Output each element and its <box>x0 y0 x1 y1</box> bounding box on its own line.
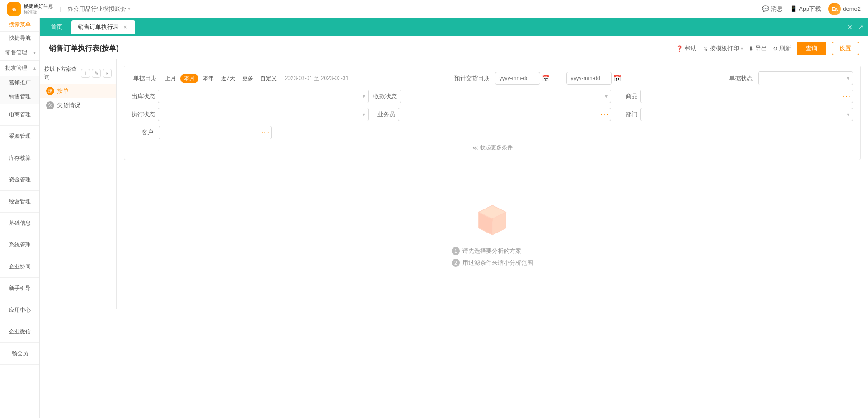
status-select-wrap <box>758 71 853 85</box>
sidebar-item-app-center[interactable]: 应用中心 <box>0 299 39 321</box>
sidebar-item-wholesale[interactable]: 批发管理 ▴ <box>0 61 39 76</box>
date-btn-last-month[interactable]: 上月 <box>162 74 179 83</box>
maximize-window-icon[interactable]: ⤢ <box>857 23 864 32</box>
date-btn-this-year[interactable]: 本年 <box>200 74 217 83</box>
page-inner: 销售订单执行表(按单) ❓ 帮助 🖨 按模板打印 ▾ ⬇ <box>40 36 868 418</box>
filter-dept: 部门 <box>616 108 853 121</box>
empty-illustration: ↑ <box>470 196 515 242</box>
refresh-button[interactable]: ↻ 刷新 <box>773 44 791 52</box>
date-filter-buttons: 上月 本月 本年 近7天 更多 自定义 <box>162 74 279 83</box>
sales-input[interactable] <box>398 108 611 121</box>
sidebar-item-operations[interactable]: 经营管理 <box>0 191 39 213</box>
page-header-actions: ❓ 帮助 🖨 按模板打印 ▾ ⬇ 导出 ↻ <box>676 42 859 55</box>
tab-bar: 首页 销售订单执行表 × ✕ ⤢ <box>40 18 868 36</box>
collapse-panel-button[interactable]: « <box>103 69 112 78</box>
date-from-calendar-icon[interactable]: 📅 <box>542 75 550 82</box>
filter-receipt-status: 收款状态 <box>373 90 611 103</box>
customer-more-icon[interactable]: ··· <box>261 128 270 137</box>
help-button[interactable]: ❓ 帮助 <box>676 44 697 52</box>
receipt-status-wrap <box>400 90 611 103</box>
left-panel: 按以下方案查询 + ✎ « 按 按单 欠 <box>40 59 117 309</box>
left-panel-header: 按以下方案查询 + ✎ « <box>40 63 116 84</box>
message-button[interactable]: 💬 消息 <box>762 5 783 13</box>
sales-more-icon[interactable]: ··· <box>600 110 609 119</box>
date-row: 上月 本月 本年 近7天 更多 自定义 2023-03-01 至 2023-03… <box>162 74 349 83</box>
sidebar-item-finance[interactable]: 资金管理 <box>0 169 39 191</box>
sidebar-item-inventory[interactable]: 库存核算 <box>0 147 39 169</box>
sidebar-item-sales-management[interactable]: 销售管理 <box>0 90 39 104</box>
sidebar-item-ecommerce[interactable]: 电商管理 <box>0 104 39 126</box>
dept-wrap <box>640 108 853 121</box>
sidebar-item-system[interactable]: 系统管理 <box>0 234 39 256</box>
receipt-status-select[interactable] <box>400 90 611 103</box>
sidebar-item-member[interactable]: 畅会员 <box>0 343 39 365</box>
filter-goods: 商品 ··· <box>616 90 853 103</box>
filter-exec-status: 执行状态 <box>132 108 369 121</box>
expected-date-to[interactable] <box>566 72 612 85</box>
sidebar-item-retail[interactable]: 零售管理 ▾ <box>0 45 39 60</box>
print-dropdown-icon: ▾ <box>741 46 743 51</box>
svg-text:畅: 畅 <box>12 8 16 12</box>
date-label: 单据日期 <box>132 74 157 82</box>
out-status-wrap <box>158 90 369 103</box>
refresh-icon: ↻ <box>773 45 778 52</box>
sidebar-item-basic-info[interactable]: 基础信息 <box>0 213 39 234</box>
avatar: Ea <box>828 3 841 15</box>
main-body: 按以下方案查询 + ✎ « 按 按单 欠 <box>40 59 868 309</box>
sales-wrap: ··· <box>398 108 611 121</box>
export-icon: ⬇ <box>749 45 754 52</box>
exec-status-select[interactable] <box>158 108 369 121</box>
tab-close-button[interactable]: × <box>122 24 129 31</box>
date-range-text: 2023-03-01 至 2023-03-31 <box>285 75 349 82</box>
scheme-item-shortage[interactable]: 欠 欠货情况 <box>40 98 116 113</box>
date-btn-more[interactable]: 更多 <box>240 74 256 83</box>
query-button[interactable]: 查询 <box>797 42 826 55</box>
expected-date-label: 预计交货日期 <box>454 74 490 82</box>
status-select[interactable] <box>758 71 853 85</box>
sidebar-group-wholesale: 批发管理 ▴ 营销推广 销售管理 <box>0 61 39 104</box>
filter-row-date: 单据日期 上月 本月 本年 近7天 更多 自定义 <box>132 71 853 85</box>
customer-input[interactable] <box>159 126 272 139</box>
logo-area: 畅 畅捷通好生意 标准版 <box>7 2 53 16</box>
print-icon: 🖨 <box>702 45 708 52</box>
tab-bar-right: ✕ ⤢ <box>846 23 864 32</box>
filter-row-3: 执行状态 业务员 <box>132 108 853 121</box>
sidebar-group-retail: 零售管理 ▾ <box>0 45 39 61</box>
out-status-select[interactable] <box>158 90 369 103</box>
tab-active[interactable]: 销售订单执行表 × <box>71 20 135 34</box>
goods-more-icon[interactable]: ··· <box>843 92 851 100</box>
expected-date-from[interactable] <box>495 72 540 85</box>
collapse-filter-button[interactable]: ≪ 收起更多条件 <box>132 141 853 154</box>
goods-wrap: ··· <box>640 90 853 103</box>
sidebar-item-enterprise[interactable]: 企业协同 <box>0 256 39 278</box>
date-to-calendar-icon[interactable]: 📅 <box>613 75 621 82</box>
hint-number-1: 1 <box>452 247 460 255</box>
sidebar-item-search-menu[interactable]: 搜索菜单 <box>0 18 39 32</box>
sidebar-item-onboarding[interactable]: 新手引导 <box>0 278 39 299</box>
scheme-item-by-order[interactable]: 按 按单 <box>40 84 116 98</box>
print-button[interactable]: 🖨 按模板打印 ▾ <box>702 44 743 52</box>
app-download-button[interactable]: 📱 App下载 <box>790 5 821 13</box>
date-btn-custom[interactable]: 自定义 <box>258 74 279 83</box>
user-avatar[interactable]: Ea demo2 <box>828 3 861 15</box>
breadcrumb-arrow-icon: ▾ <box>128 6 131 12</box>
date-btn-this-month[interactable]: 本月 <box>180 74 198 83</box>
edit-scheme-button[interactable]: ✎ <box>92 69 101 78</box>
dept-select[interactable] <box>640 108 853 121</box>
sidebar-item-purchasing[interactable]: 采购管理 <box>0 126 39 147</box>
sidebar-item-marketing[interactable]: 营销推广 <box>0 76 39 90</box>
download-icon: 📱 <box>790 5 797 12</box>
filter-sales: 业务员 ··· <box>373 108 611 121</box>
date-btn-last7days[interactable]: 近7天 <box>218 74 238 83</box>
sidebar: 搜索菜单 快捷导航 零售管理 ▾ 批发管理 ▴ 营销推广 销售管理 电商管理 采… <box>0 18 40 418</box>
add-scheme-button[interactable]: + <box>81 69 90 78</box>
content-area: 首页 销售订单执行表 × ✕ ⤢ 销售订单执行表(按单) ❓ 帮助 <box>40 18 868 418</box>
sidebar-item-quick-nav[interactable]: 快捷导航 <box>0 32 39 45</box>
close-window-icon[interactable]: ✕ <box>846 23 854 32</box>
sidebar-item-enterprise-wechat[interactable]: 企业微信 <box>0 321 39 343</box>
breadcrumb[interactable]: 办公用品行业模拟账套 ▾ <box>67 5 131 13</box>
export-button[interactable]: ⬇ 导出 <box>749 44 767 52</box>
settings-button[interactable]: 设置 <box>832 42 859 55</box>
goods-input[interactable] <box>640 90 853 103</box>
tab-home[interactable]: 首页 <box>43 20 70 34</box>
